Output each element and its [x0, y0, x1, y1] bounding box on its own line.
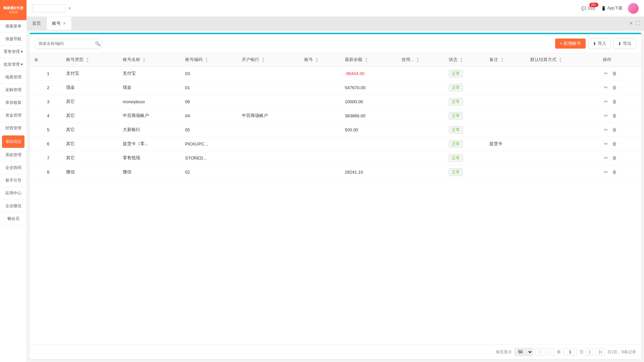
tab-close-icon[interactable]: ✕: [63, 21, 66, 25]
th-usage[interactable]: 使用... ▲▼: [397, 53, 445, 66]
sidebar-item-finance[interactable]: 资金管理: [0, 109, 26, 122]
per-page-select[interactable]: 50 100 200: [515, 348, 533, 356]
th-balance[interactable]: 最新余额 ▲▼: [341, 53, 397, 66]
cell-status: 正常: [445, 123, 485, 137]
cell-default-pay: [526, 137, 599, 151]
sidebar-item-guide[interactable]: 新手引导: [0, 174, 26, 187]
th-code[interactable]: 账号编码 ▲▼: [181, 53, 238, 66]
delete-button[interactable]: 🗑: [611, 98, 618, 105]
sidebar-item-inventory[interactable]: 库存核算: [0, 97, 26, 109]
message-button[interactable]: 💬 消息 99+: [581, 5, 596, 11]
sidebar-item-retail[interactable]: 零售管理 ▾: [0, 46, 26, 58]
cell-note: [485, 80, 526, 95]
accounts-table: ⚙ 账号类型 ▲▼ 账号名称 ▲▼ 账号编码 ▲▼ 开户银行 ▲▼ 账号 ▲▼ …: [30, 53, 641, 179]
cell-type: 其它: [62, 123, 119, 137]
search-input[interactable]: [35, 39, 92, 48]
sidebar-item-wholesale[interactable]: 批发管理 ▾: [0, 58, 26, 71]
tab-account[interactable]: 账号 ✕: [47, 17, 72, 30]
th-note[interactable]: 备注 ▲▼: [485, 53, 526, 66]
sidebar-item-ecommerce[interactable]: 电商管理: [0, 71, 26, 84]
status-badge: 正常: [449, 70, 463, 77]
user-avatar[interactable]: [628, 3, 639, 14]
import-button[interactable]: ⬆ 导入: [588, 38, 611, 49]
mobile-icon: 📱: [601, 6, 606, 11]
cell-balance: 383866.00: [341, 109, 397, 123]
cell-usage: [397, 80, 445, 95]
top-search-input[interactable]: [32, 4, 66, 12]
app-download-button[interactable]: 📱 App下载: [601, 5, 623, 11]
cell-account: [300, 95, 341, 109]
sidebar-item-basic[interactable]: 基础信息: [2, 135, 24, 148]
cell-name: 零售抵现: [119, 151, 181, 165]
delete-button[interactable]: 🗑: [611, 70, 618, 77]
cell-checkbox: [30, 66, 43, 80]
th-bank[interactable]: 开户银行 ▲▼: [238, 53, 300, 66]
export-label: 导出: [623, 41, 632, 47]
logo-text: 畅捷通好生意: [3, 6, 23, 10]
cell-code: 03: [181, 66, 238, 80]
page-next-button[interactable]: ⟩: [586, 348, 593, 356]
delete-button[interactable]: 🗑: [611, 155, 618, 161]
sidebar-item-appstore[interactable]: 应用中心: [0, 187, 26, 200]
th-name[interactable]: 账号名称 ▲▼: [119, 53, 181, 66]
cell-account: [300, 165, 341, 179]
sidebar-item-operations[interactable]: 经营管理: [0, 122, 26, 135]
cell-balance: [341, 137, 397, 151]
page-first-button[interactable]: ⟨⟨: [536, 348, 544, 356]
sidebar-item-collab[interactable]: 企业协同: [0, 162, 26, 174]
cell-note: [485, 123, 526, 137]
page-last-button[interactable]: ⟩⟩: [596, 348, 605, 356]
cell-action: ✏ 🗑: [599, 151, 641, 165]
th-default-pay[interactable]: 默认结算方式 ▲▼: [526, 53, 599, 66]
cell-balance: -90444.00: [341, 66, 397, 80]
cell-balance: 28241.10: [341, 165, 397, 179]
sidebar-item-purchase[interactable]: 采购管理: [0, 84, 26, 97]
cell-action: ✏ 🗑: [599, 66, 641, 80]
search-button[interactable]: 🔍: [92, 39, 102, 48]
dropdown-arrow-icon[interactable]: ▾: [68, 6, 71, 11]
settings-icon[interactable]: ⚙: [34, 57, 38, 62]
delete-button[interactable]: 🗑: [611, 169, 618, 175]
page-prev-button[interactable]: ⟨: [547, 348, 554, 356]
tab-account-label: 账号: [52, 20, 61, 26]
status-badge: 正常: [449, 154, 463, 162]
cell-account: [300, 123, 341, 137]
edit-button[interactable]: ✏: [603, 98, 609, 105]
sidebar-item-wechat[interactable]: 企业微信: [0, 200, 26, 213]
sidebar-item-member[interactable]: 畅会员: [0, 213, 26, 225]
cell-status: 正常: [445, 109, 485, 123]
page-input[interactable]: [564, 348, 577, 356]
edit-button[interactable]: ✏: [603, 140, 609, 147]
export-button[interactable]: ⬇ 导出: [613, 38, 636, 49]
tab-home[interactable]: 首页: [27, 17, 47, 30]
message-badge: 99+: [589, 3, 598, 7]
add-account-button[interactable]: + 新增账号: [555, 39, 586, 49]
sidebar-item-shortcuts[interactable]: 快捷导航: [0, 33, 26, 46]
th-account[interactable]: 账号 ▲▼: [300, 53, 341, 66]
th-type[interactable]: 账号类型 ▲▼: [62, 53, 119, 66]
cell-checkbox: [30, 95, 43, 109]
cell-type: 其它: [62, 137, 119, 151]
delete-button[interactable]: 🗑: [611, 84, 618, 91]
delete-button[interactable]: 🗑: [611, 126, 618, 133]
edit-button[interactable]: ✏: [603, 112, 609, 119]
cell-balance: 500.00: [341, 123, 397, 137]
status-badge: 正常: [449, 98, 463, 106]
cell-bank: [238, 151, 300, 165]
delete-button[interactable]: 🗑: [611, 112, 618, 119]
th-status[interactable]: 状态 ▲▼: [445, 53, 485, 66]
sidebar-item-search[interactable]: 搜索菜单: [0, 20, 26, 33]
edit-button[interactable]: ✏: [603, 70, 609, 77]
window-close-icon[interactable]: ✕: [628, 19, 634, 27]
edit-button[interactable]: ✏: [603, 84, 609, 91]
sidebar-item-system[interactable]: 系统管理: [0, 149, 26, 162]
delete-button[interactable]: 🗑: [611, 140, 618, 147]
edit-button[interactable]: ✏: [603, 126, 609, 133]
sidebar: 畅捷通好生意 乐版版 搜索菜单 快捷导航 零售管理 ▾ 批发管理 ▾ 电商管理 …: [0, 0, 27, 362]
cell-action: ✏ 🗑: [599, 123, 641, 137]
edit-button[interactable]: ✏: [603, 169, 609, 175]
edit-button[interactable]: ✏: [603, 155, 609, 161]
cell-note: [485, 109, 526, 123]
status-badge: 正常: [449, 84, 463, 92]
window-expand-icon[interactable]: ⛶: [634, 19, 641, 27]
